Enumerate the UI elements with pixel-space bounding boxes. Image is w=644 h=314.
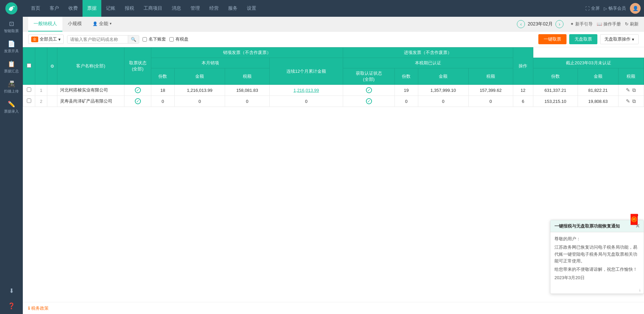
row-fetch-status: ✓	[124, 85, 151, 96]
col-sales-tax-header: 税额	[225, 68, 270, 85]
col-unrecognized-tax-header: 税额	[618, 68, 644, 85]
sidebar: ⊡ 智能取票 📄 发票开具 📋 票据汇总 📠 扫描上传 ✏️ 票据录入 ⬇ ❓	[0, 0, 23, 314]
col-sales-amount-header: 金额	[174, 68, 225, 85]
nav-billing[interactable]: 收费	[64, 0, 83, 17]
nav-invoice[interactable]: 票据	[83, 0, 101, 17]
col-cumulative-header: 连续12个月累计金额	[269, 58, 343, 85]
recognized-status-check: ✓	[366, 98, 372, 104]
help-icon: ❓	[8, 302, 15, 310]
notification-line: 江苏政务网已恢复访问电子税务局功能，易代账一键登陆电子税务局与无盘取票相关功能可…	[554, 244, 640, 265]
tax-policy-link[interactable]: ℹ 税务政策	[28, 305, 49, 311]
row-sales-amount: 1,216,013.99	[174, 85, 225, 96]
account-checkbox-wrap[interactable]: 名下账套	[143, 36, 166, 42]
col-sales-group-header: 销项发票（不含作废票）	[151, 48, 343, 58]
row-settings	[47, 85, 57, 96]
nav-settings[interactable]: 设置	[242, 0, 261, 17]
member-icon: ▷	[604, 6, 607, 11]
search-btn[interactable]: 🔍	[128, 36, 139, 43]
col-purchase-group-header: 进项发票（不含作废票）	[343, 48, 513, 58]
row-checkbox-cell	[23, 96, 35, 107]
row-recognized-count: 0	[394, 96, 418, 107]
no-disk-more-btn[interactable]: 无盘取票操作 ▾	[600, 34, 639, 44]
row-action: ✎ ⧉	[618, 85, 644, 96]
recognized-status-check: ✓	[366, 87, 372, 93]
sidebar-item-invoice-summary[interactable]: 📋 票据汇总	[0, 57, 23, 77]
scroll-down-icon: ↓	[639, 287, 641, 292]
tax-disk-checkbox-wrap[interactable]: 有税盘	[169, 36, 189, 42]
account-checkbox[interactable]	[143, 37, 147, 42]
row-recognized-status: ✓	[343, 96, 395, 107]
col-num-header	[35, 48, 47, 85]
nav-business[interactable]: 工商项目	[139, 0, 167, 17]
row-checkbox[interactable]	[27, 99, 31, 103]
tab-small-scale[interactable]: 小规模	[62, 17, 87, 32]
new-guide-btn[interactable]: ✦ 新手引导	[570, 21, 593, 27]
col-recognized-header: 本税期已认证	[343, 58, 513, 68]
table-row: 1 河北柯搭梭实业有限公司 ✓ 18 1,216,013.99 158,081.…	[23, 85, 644, 96]
sidebar-item-scan-upload[interactable]: 📠 扫描上传	[0, 77, 23, 97]
edit-icon[interactable]: ✎	[626, 87, 630, 93]
invoice-table: ⚙ 客户名称(全部) 取票状态(全部) 销项发票（不含作废票） 进项发票（不含作…	[23, 47, 644, 107]
new-guide-icon: ✦	[570, 21, 574, 26]
user-avatar[interactable]: 👤	[630, 3, 641, 14]
sidebar-item-download[interactable]: ⬇	[0, 284, 23, 299]
notification-deco: 🧧	[628, 213, 640, 225]
edit-icon[interactable]: ✎	[626, 98, 630, 104]
notification-line: 尊敬的用户：	[554, 236, 640, 243]
fullscreen-btn[interactable]: ⛶ 全屏	[585, 5, 600, 11]
cumulative-link[interactable]: 1,216,013.99	[293, 88, 319, 93]
prev-month-btn[interactable]: ‹	[517, 20, 525, 28]
dropdown-chevron-icon: ▾	[632, 37, 634, 42]
search-input[interactable]	[67, 36, 128, 43]
one-click-fetch-btn[interactable]: 一键取票	[538, 34, 567, 44]
row-recognized-amount: 1,357,999.10	[418, 85, 468, 96]
tab-bar: 一般纳税人 小规模 👤 全能 ▾ ‹ 2023年02月 › ✦ 新手引导	[23, 17, 644, 32]
tax-disk-checkbox[interactable]	[169, 37, 174, 42]
nav-operations[interactable]: 经营	[205, 0, 223, 17]
smart-fetch-icon: ⊡	[9, 20, 14, 27]
sidebar-item-smart-fetch[interactable]: ⊡ 智能取票	[0, 17, 23, 37]
employee-chevron: ▾	[58, 37, 61, 42]
refresh-btn[interactable]: ↻ 刷新	[625, 21, 639, 27]
filter-bar: 全 全部员工 ▾ 🔍 名下账套 有税盘 一键取票 无盘取票 无盘取票操作	[23, 32, 644, 47]
sidebar-item-invoice-entry[interactable]: ✏️ 票据录入	[0, 97, 23, 117]
select-all-checkbox[interactable]	[27, 63, 31, 68]
row-checkbox[interactable]	[27, 87, 31, 92]
next-month-btn[interactable]: ›	[555, 20, 564, 28]
col-sales-count-header: 份数	[151, 68, 175, 85]
row-unrecognized-count: 6	[513, 96, 533, 107]
nav-tax[interactable]: 报税	[120, 0, 139, 17]
scan-upload-icon: 📠	[8, 80, 15, 88]
row-num: 2	[35, 96, 47, 107]
nav-home[interactable]: 首页	[26, 0, 45, 17]
refresh-icon: ↻	[625, 21, 629, 26]
sidebar-item-issue-invoice[interactable]: 📄 发票开具	[0, 37, 23, 57]
tab-all[interactable]: 👤 全能 ▾	[87, 17, 117, 32]
col-action-header: 操作	[513, 48, 533, 85]
row-recognized-tax: 157,399.62	[468, 85, 513, 96]
manual-btn[interactable]: 📖 操作手册	[597, 21, 621, 27]
sidebar-item-help[interactable]: ❓	[0, 299, 23, 314]
notification-line: 2023年3月20日	[554, 274, 640, 281]
copy-icon[interactable]: ⧉	[632, 98, 636, 104]
table-row: 2 灵寿县尚泽矿产品有限公司 ✓ 0 0 0 0 ✓ 0 0 0 6 153,2…	[23, 96, 644, 107]
employee-badge: 全	[31, 37, 38, 42]
row-unrecognized-tax: 19,808.63	[578, 96, 618, 107]
row-unrecognized-count: 12	[513, 85, 533, 96]
row-recognized-status: ✓	[343, 85, 395, 96]
nav-bookkeeping[interactable]: 记账	[101, 0, 120, 17]
row-checkbox-cell	[23, 85, 35, 96]
sidebar-bottom: ⬇ ❓	[0, 284, 23, 314]
tab-all-chevron: ▾	[110, 21, 112, 26]
row-customer-name: 河北柯搭梭实业有限公司	[57, 85, 124, 96]
nav-message[interactable]: 消息	[167, 0, 186, 17]
nav-management[interactable]: 管理	[186, 0, 205, 17]
member-btn[interactable]: ▷ 畅享会员	[604, 5, 626, 11]
no-disk-fetch-btn[interactable]: 无盘取票	[569, 34, 597, 44]
info-icon: ℹ	[28, 306, 30, 311]
tab-general-taxpayer[interactable]: 一般纳税人	[28, 17, 62, 32]
nav-service[interactable]: 服务	[223, 0, 242, 17]
employee-filter[interactable]: 全 全部员工 ▾	[28, 35, 64, 44]
nav-customer[interactable]: 客户	[45, 0, 64, 17]
copy-icon[interactable]: ⧉	[632, 87, 636, 93]
